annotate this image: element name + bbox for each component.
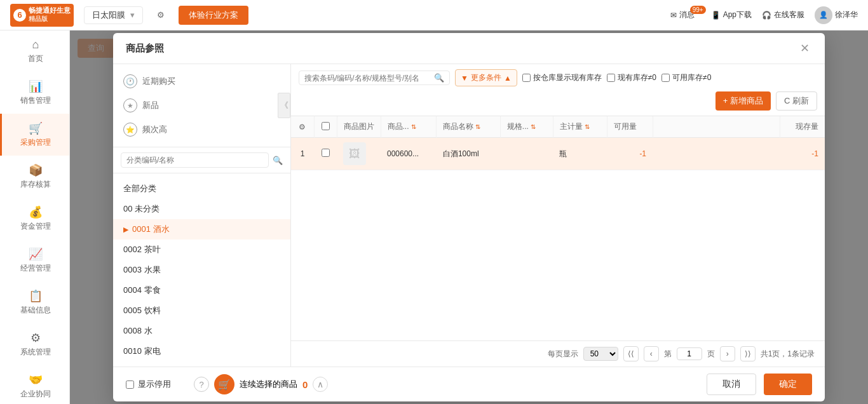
category-item-6[interactable]: 0008 水 (113, 321, 290, 341)
modal-close-button[interactable]: ✕ (797, 41, 812, 56)
help-icon[interactable]: ? (194, 377, 209, 392)
sidebar-collapse-btn[interactable]: 《 (278, 93, 290, 118)
check-available-stock[interactable]: 可用库存≠0 (661, 72, 711, 83)
settings-icon[interactable]: ⚙ (151, 5, 171, 25)
category-search: 🔍 (113, 147, 290, 173)
tab-frequent[interactable]: ⭐ 频次高 (113, 118, 278, 142)
content-area: 查询 设置 刷新 商品参照 ✕ (70, 30, 868, 404)
prev-page-btn[interactable]: ‹ (644, 346, 659, 361)
sidebar-label-inventory: 库存核算 (20, 179, 51, 190)
app-download-item[interactable]: 📱 App下载 (711, 10, 752, 20)
chevron-down-icon: ▾ (130, 10, 135, 20)
message-item[interactable]: ✉ 消息 99+ (670, 10, 701, 20)
page-label: 第 (664, 349, 672, 360)
sidebar-item-home[interactable]: ⌂ 首页 (0, 30, 69, 72)
sidebar-item-collab[interactable]: 🤝 企业协同 (0, 365, 69, 404)
tab-recent-purchase[interactable]: 🕐 近期购买 (113, 69, 278, 93)
check-stock-input[interactable] (522, 74, 531, 82)
category-search-input[interactable] (121, 152, 269, 168)
page-suffix: 页 (707, 349, 715, 360)
modal-main: 🔍 ▼ 更多条件 ▲ 按仓库显示现有库存 (291, 64, 825, 367)
sidebar-item-system[interactable]: ⚙ 系统管理 (0, 323, 69, 365)
category-label-0: 00 未分类 (123, 203, 159, 215)
online-service-item[interactable]: 🎧 在线客服 (762, 10, 804, 20)
category-item-4[interactable]: 0004 零食 (113, 280, 290, 300)
sidebar-item-operation[interactable]: 📈 经营管理 (0, 239, 69, 281)
gear-icon[interactable]: ⚙ (299, 123, 306, 131)
cancel-button[interactable]: 取消 (707, 374, 756, 395)
filter-icon: ▼ (461, 74, 468, 83)
modal-header: 商品参照 ✕ (113, 33, 825, 64)
cart-collapse-icon[interactable]: ∧ (313, 377, 328, 392)
category-item-3[interactable]: 0003 水果 (113, 260, 290, 280)
category-item-1[interactable]: ▶ 0001 酒水 (113, 219, 290, 239)
row-code: 000600... (381, 138, 437, 170)
modal-overlay: 商品参照 ✕ 🕐 近期购买 (70, 30, 868, 404)
row-checkbox[interactable] (322, 149, 330, 157)
check-nonzero-stock[interactable]: 现有库存≠0 (607, 72, 656, 83)
mobile-icon: 📱 (711, 11, 721, 20)
check-available-input[interactable] (661, 74, 670, 82)
new-icon: ★ (123, 98, 137, 112)
category-label-all: 全部分类 (123, 183, 156, 194)
add-product-btn[interactable]: + 新增商品 (715, 91, 771, 111)
product-thumbnail: 🖼 (343, 142, 366, 165)
category-label-2: 0002 茶叶 (123, 244, 161, 255)
check-nonzero-input[interactable] (607, 74, 615, 82)
sidebar-item-finance[interactable]: 💰 资金管理 (0, 198, 69, 239)
category-label-6: 0008 水 (123, 325, 153, 337)
category-item-7[interactable]: 0010 家电 (113, 341, 290, 361)
footer-buttons: 取消 确定 (707, 374, 812, 395)
sidebar-item-purchase[interactable]: 🛒 采购管理 (0, 114, 69, 156)
cart-section: ? 🛒 连续选择的商品 0 ∧ (194, 374, 328, 394)
page-number-input[interactable] (677, 347, 702, 360)
category-item-all[interactable]: 全部分类 (113, 178, 290, 199)
check-show-stock[interactable]: 按仓库显示现有库存 (522, 72, 602, 83)
th-name[interactable]: 商品名称 ⇅ (437, 116, 500, 138)
sidebar-item-inventory[interactable]: 📦 库存核算 (0, 156, 69, 198)
first-page-btn[interactable]: ⟨⟨ (623, 346, 639, 361)
nav-right: ✉ 消息 99+ 📱 App下载 🎧 在线客服 👤 徐泽华 (670, 6, 858, 24)
th-code[interactable]: 商品... ⇅ (381, 116, 437, 138)
experience-btn[interactable]: 体验行业方案 (179, 6, 248, 25)
product-search-input[interactable] (304, 74, 431, 83)
per-page-select[interactable]: 50 10 20 100 (583, 347, 618, 361)
row-check[interactable] (314, 138, 337, 170)
sidebar-item-basic[interactable]: 📋 基础信息 (0, 281, 69, 323)
category-search-icon[interactable]: 🔍 (273, 156, 283, 165)
collab-icon: 🤝 (29, 373, 43, 387)
filter-arrow-icon: ▲ (504, 74, 512, 83)
product-search-icon[interactable]: 🔍 (434, 73, 444, 83)
sidebar-label-sales: 销售管理 (20, 95, 51, 106)
category-item-5[interactable]: 0005 饮料 (113, 300, 290, 321)
show-disabled-check[interactable]: 显示停用 (126, 379, 171, 390)
show-disabled-input[interactable] (126, 380, 134, 389)
th-spec[interactable]: 规格... ⇅ (500, 116, 553, 138)
row-image: 🖼 (337, 138, 381, 170)
total-text: 共1页，1条记录 (761, 349, 815, 360)
sort-name-icon: ⇅ (475, 123, 480, 130)
user-item[interactable]: 👤 徐泽华 (815, 6, 858, 24)
refresh-btn[interactable]: C 刷新 (776, 91, 817, 111)
category-label-5: 0005 饮料 (123, 305, 161, 316)
category-label-1: 0001 酒水 (132, 224, 170, 235)
per-page-label: 每页显示 (548, 349, 578, 360)
next-page-btn[interactable]: › (720, 346, 735, 361)
toolbar-right: + 新增商品 C 刷新 (715, 91, 817, 111)
category-item-2[interactable]: 0002 茶叶 (113, 239, 290, 260)
cat-expand-icon: ▶ (123, 226, 128, 234)
modal-body: 🕐 近期购买 ★ 新品 ⭐ 频次高 (113, 64, 825, 367)
store-dropdown[interactable]: 日太阳膜 ▾ (84, 6, 143, 24)
row-unit: 瓶 (553, 138, 607, 170)
sidebar-item-sales[interactable]: 📊 销售管理 (0, 72, 69, 114)
last-page-btn[interactable]: ⟩⟩ (740, 346, 756, 361)
avatar: 👤 (815, 6, 832, 24)
confirm-button[interactable]: 确定 (764, 374, 812, 395)
category-item-0[interactable]: 00 未分类 (113, 199, 290, 219)
select-all-checkbox[interactable] (322, 122, 330, 130)
table-row[interactable]: 1 🖼 00 (291, 138, 825, 170)
tab-new-products[interactable]: ★ 新品 (113, 93, 278, 118)
cart-icon[interactable]: 🛒 (214, 374, 234, 394)
th-unit[interactable]: 主计量 ⇅ (553, 116, 607, 138)
more-filter-btn[interactable]: ▼ 更多条件 ▲ (455, 69, 517, 86)
